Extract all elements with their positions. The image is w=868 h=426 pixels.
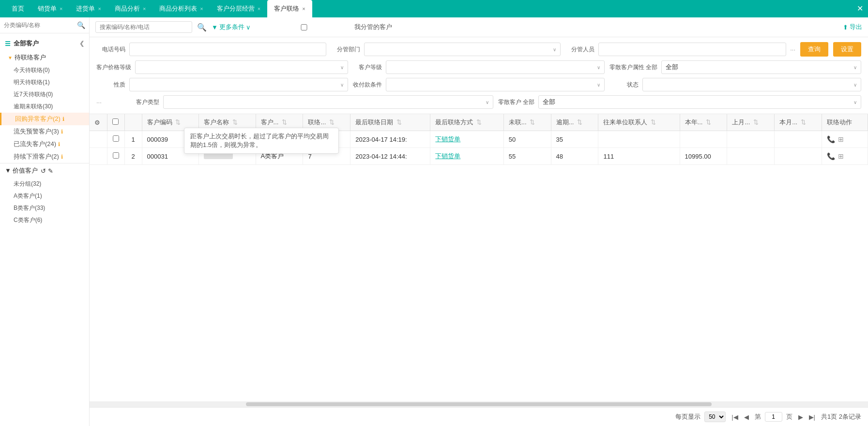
gender-select[interactable]: ∨ [129,78,348,91]
search-input[interactable] [95,21,192,33]
sort-this-month-icon[interactable]: ⇅ [801,118,806,126]
row1-last-contact-method[interactable]: 下销货单 [430,131,503,148]
col-last-contact-date[interactable]: 最后联络日期 ⇅ [350,114,430,131]
row2-checkbox[interactable] [113,152,119,159]
row1-check[interactable] [107,131,124,148]
col-last-contact-method[interactable]: 最后联络方式 ⇅ [430,114,503,131]
value-customers-edit-icon[interactable]: ✎ [48,167,53,175]
row1-call-icon[interactable]: 📞 [827,135,835,143]
more-conditions-button[interactable]: ▼ 更多条件 ∨ [212,23,251,31]
window-close-button[interactable]: ✕ [857,4,863,13]
close-sales-tab[interactable]: × [60,6,62,12]
scrollbar-thumb[interactable] [246,402,712,406]
page-number-input[interactable] [765,412,782,422]
col-last-month[interactable]: 上月... ⇅ [727,114,775,131]
sidebar-item-declining[interactable]: 持续下滑客户(2) ℹ [0,150,89,163]
status-select[interactable]: ∨ [642,78,861,91]
sidebar-value-customers[interactable]: ▼ 价值客户 ↺ ✎ [0,163,89,178]
phone-input[interactable] [129,43,326,56]
my-customers-checkbox[interactable] [256,24,352,30]
sidebar-item-ungrouped[interactable]: 未分组(32) [0,178,89,190]
close-customer-contact-tab[interactable]: × [302,6,305,12]
payment-chevron-icon: ∨ [597,82,600,88]
page-next-btn[interactable]: ▶ [796,412,805,422]
manager-dots[interactable]: ··· [790,46,795,53]
row2-last-contact-method[interactable]: 下销货单 [430,148,503,165]
sidebar-item-repurchase-abnormal[interactable]: 回购异常客户(2) ℹ [0,113,89,125]
sidebar-item-c-class[interactable]: C类客户(6) [0,214,89,226]
collapse-sidebar-btn[interactable]: ❮ [79,40,84,47]
col-this-year[interactable]: 本年... ⇅ [680,114,727,131]
sidebar-item-tomorrow[interactable]: 明天待联络(1) [0,76,89,88]
close-purchase-tab[interactable]: × [98,6,101,12]
price-level-select[interactable]: ∨ [135,60,348,74]
export-button[interactable]: ⬆ 导出 [843,23,862,31]
nav-purchase[interactable]: 进货单 × [69,0,107,17]
sort-last-date-icon[interactable]: ⇅ [396,118,402,126]
settings-button[interactable]: 设置 [833,42,861,57]
page-prev-btn[interactable]: ◀ [742,412,751,422]
sort-last-method-icon[interactable]: ⇅ [476,118,482,126]
col-check[interactable] [107,114,124,131]
search-icon[interactable]: 🔍 [197,23,207,32]
filter-dots-expand[interactable]: ··· [96,99,125,106]
select-all-checkbox[interactable] [112,118,119,125]
sidebar-item-b-class[interactable]: B类客户(33) [0,202,89,214]
sidebar-section-pending[interactable]: ▼ 待联络客户 [0,51,89,64]
sidebar-item-overdue[interactable]: 逾期未联络(30) [0,101,89,113]
nav-product-analysis-list[interactable]: 商品分析列表 × [152,0,210,17]
dept-select[interactable]: ∨ [364,43,561,56]
query-button[interactable]: 查询 [800,42,828,57]
row1-contact-method-link[interactable]: 下销货单 [435,135,460,143]
nav-product-analysis[interactable]: 商品分析 × [108,0,152,17]
manager-input[interactable] [598,43,786,56]
nav-customer-segment[interactable]: 客户分层经营 × [210,0,267,17]
sort-code-icon[interactable]: ⇅ [175,118,181,126]
row2-call-icon[interactable]: 📞 [827,152,835,160]
per-page-select[interactable]: 50 [704,411,726,422]
page-last-btn[interactable]: ▶| [807,412,817,422]
row2-grid-icon[interactable]: ⊞ [838,152,844,160]
value-customers-refresh-icon[interactable]: ↺ [41,167,46,175]
col-unit-contact[interactable]: 往来单位联系人 ⇅ [598,114,680,131]
nav-sales[interactable]: 销货单 × [31,0,69,17]
col-overdue[interactable]: 逾期... ⇅ [551,114,598,131]
sidebar-item-churn-warning[interactable]: 流失预警客户(3) ℹ [0,125,89,138]
close-customer-segment-tab[interactable]: × [258,6,260,12]
retail-attr-select[interactable]: 全部 ∨ [661,60,861,74]
customer-level-select[interactable]: ∨ [386,60,605,74]
col-this-month[interactable]: 本月... ⇅ [775,114,822,131]
nav-customer-contact[interactable]: 客户联络 × [267,0,312,17]
sort-contact-icon[interactable]: ⇅ [329,118,335,126]
settings-icon[interactable]: ⚙ [94,119,100,126]
nav-home[interactable]: 首页 [5,0,31,17]
col-settings[interactable]: ⚙ [90,114,107,131]
row2-check[interactable] [107,148,124,165]
sidebar-item-churned[interactable]: 已流失客户(24) ℹ [0,138,89,150]
row2-contact-method-link[interactable]: 下销货单 [435,152,460,160]
page-first-btn[interactable]: |◀ [730,412,740,422]
sidebar-search-icon[interactable]: 🔍 [77,21,85,29]
customer-type-select[interactable]: ∨ [163,95,493,109]
sort-name-icon[interactable]: ⇅ [232,118,238,126]
col-uncontacted[interactable]: 未联... ⇅ [503,114,551,131]
my-customers-checkbox-label[interactable]: 我分管的客户 [256,23,392,31]
payment-select[interactable]: ∨ [386,78,605,91]
close-product-list-tab[interactable]: × [200,6,203,12]
row1-checkbox[interactable] [113,135,119,142]
sort-unit-contact-icon[interactable]: ⇅ [651,118,656,126]
retail-customer-select[interactable]: 全部 ∨ [538,95,861,109]
sort-uncontacted-icon[interactable]: ⇅ [530,118,535,126]
sidebar-item-a-class[interactable]: A类客户(1) [0,190,89,202]
sort-overdue-icon[interactable]: ⇅ [577,118,582,126]
sort-this-year-icon[interactable]: ⇅ [706,118,711,126]
sidebar-search-input[interactable] [4,22,77,29]
close-product-analysis-tab[interactable]: × [143,6,146,12]
sort-type-icon[interactable]: ⇅ [282,118,287,126]
row1-grid-icon[interactable]: ⊞ [838,135,844,143]
sidebar-all-customers[interactable]: ☰ 全部客户 ❮ [0,36,89,51]
horizontal-scrollbar[interactable] [90,401,868,407]
sort-last-month-icon[interactable]: ⇅ [753,118,759,126]
sidebar-item-today[interactable]: 今天待联络(0) [0,64,89,76]
sidebar-item-7days[interactable]: 近7天待联络(0) [0,88,89,101]
